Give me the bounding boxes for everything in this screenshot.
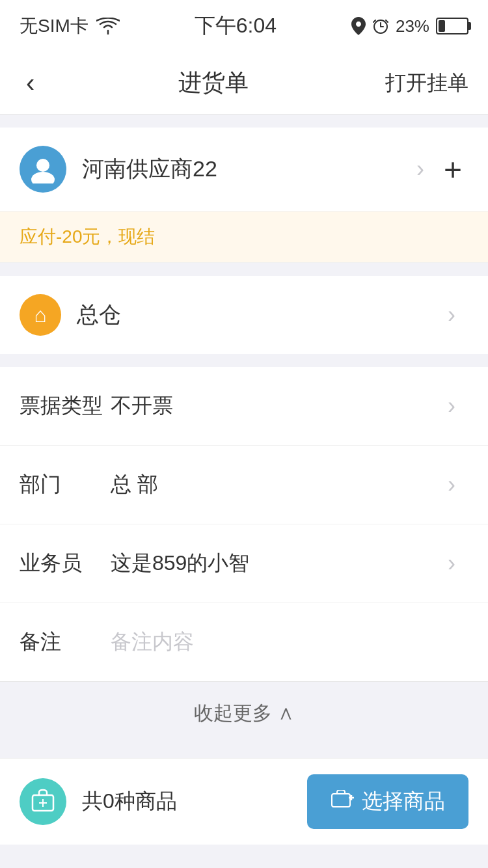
dept-value: 总 部 <box>111 470 448 499</box>
note-input[interactable]: 备注内容 <box>111 628 468 657</box>
ticket-chevron-icon: › <box>448 392 455 420</box>
status-bar: 无SIM卡 下午6:04 23% <box>0 0 488 52</box>
cart-icon <box>30 789 56 815</box>
select-cart-icon <box>331 789 354 815</box>
open-pending-button[interactable]: 打开挂单 <box>385 69 468 98</box>
ticket-type-row[interactable]: 票据类型 不开票 › <box>0 367 488 445</box>
select-goods-label: 选择商品 <box>362 787 445 816</box>
status-right: 23% <box>351 16 468 36</box>
product-bar: 共0种商品 选择商品 <box>0 758 488 845</box>
battery-percent: 23% <box>396 16 429 36</box>
supplier-avatar <box>20 146 66 193</box>
dept-label: 部门 <box>20 470 111 499</box>
warehouse-card: ⌂ 总仓 › <box>0 276 488 354</box>
alarm-icon <box>372 18 389 34</box>
product-icon-wrap <box>20 778 66 825</box>
salesman-row[interactable]: 业务员 这是859的小智 › <box>0 524 488 603</box>
alert-bar: 应付-20元，现结 <box>0 211 488 263</box>
back-button[interactable]: ‹ <box>20 62 41 104</box>
alert-text: 应付-20元，现结 <box>20 226 155 247</box>
select-cart-svg <box>331 790 354 809</box>
page-title: 进货单 <box>178 67 249 99</box>
section-gap-3 <box>0 354 488 367</box>
svg-point-3 <box>36 159 49 172</box>
dept-chevron-icon: › <box>448 471 455 498</box>
warehouse-chevron-icon: › <box>448 301 455 329</box>
ticket-type-value: 不开票 <box>111 392 448 420</box>
warehouse-row[interactable]: ⌂ 总仓 › <box>0 276 488 354</box>
select-goods-button[interactable]: 选择商品 <box>307 774 468 829</box>
collapse-button[interactable]: 收起更多 ∧ <box>0 681 488 745</box>
supplier-row[interactable]: 河南供应商22 › + <box>0 128 488 211</box>
ticket-type-label: 票据类型 <box>20 392 111 420</box>
wifi-icon <box>96 18 120 34</box>
main-content <box>0 845 488 868</box>
status-time: 下午6:04 <box>195 12 277 40</box>
section-gap-1 <box>0 115 488 128</box>
section-gap-2 <box>0 263 488 276</box>
nav-bar: ‹ 进货单 打开挂单 <box>0 52 488 115</box>
house-icon: ⌂ <box>34 303 46 327</box>
svg-point-4 <box>31 172 55 183</box>
battery-icon <box>436 18 468 34</box>
svg-rect-8 <box>332 794 350 807</box>
status-left: 无SIM卡 <box>20 14 120 38</box>
carrier-text: 无SIM卡 <box>20 14 88 38</box>
note-label: 备注 <box>20 628 111 657</box>
location-icon <box>351 17 366 35</box>
battery-fill <box>439 20 445 32</box>
salesman-label: 业务员 <box>20 549 111 578</box>
supplier-name: 河南供应商22 <box>82 154 416 184</box>
dept-row[interactable]: 部门 总 部 › <box>0 445 488 524</box>
note-row[interactable]: 备注 备注内容 <box>0 603 488 681</box>
supplier-card: 河南供应商22 › + 应付-20元，现结 <box>0 128 488 263</box>
warehouse-icon-wrap: ⌂ <box>20 294 61 336</box>
supplier-chevron-icon: › <box>416 156 424 183</box>
warehouse-name: 总仓 <box>77 300 448 330</box>
salesman-chevron-icon: › <box>448 550 455 577</box>
avatar-icon <box>29 155 57 183</box>
salesman-value: 这是859的小智 <box>111 549 448 578</box>
add-button[interactable]: + <box>437 152 468 187</box>
form-card: 票据类型 不开票 › 部门 总 部 › 业务员 这是859的小智 › 备注 备注… <box>0 367 488 681</box>
product-count: 共0种商品 <box>82 787 307 816</box>
